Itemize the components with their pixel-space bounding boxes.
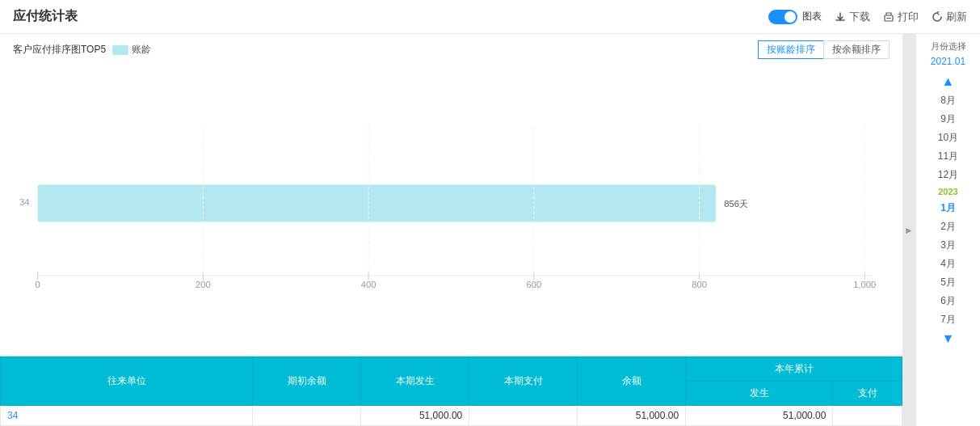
cell-balance: 51,000.00 (578, 406, 686, 426)
chart-area: 客户应付排序图TOP5 账龄 按账龄排序 按余额排序 (0, 34, 902, 355)
th-from-unit: 往来单位 (1, 357, 253, 406)
th-balance: 余额 (578, 357, 686, 406)
th-current-occurrence: 本期发生 (361, 357, 469, 406)
download-button[interactable]: 下载 (835, 10, 870, 24)
month-item-10[interactable]: 10月 (916, 129, 980, 147)
svg-text:600: 600 (526, 280, 541, 289)
collapse-sidebar-btn[interactable]: ► (902, 34, 915, 426)
month-item-1[interactable]: 1月 (916, 199, 980, 217)
sidebar-current[interactable]: 2021.01 (931, 56, 965, 67)
cell-unit: 34 (1, 406, 253, 426)
legend-item-age: 账龄 (112, 43, 151, 57)
svg-text:200: 200 (196, 280, 211, 289)
refresh-button[interactable]: 刷新 (932, 10, 967, 24)
page-title: 应付统计表 (13, 8, 78, 25)
nav-down-button[interactable]: ▼ (939, 329, 958, 348)
th-opening-balance: 期初余额 (253, 357, 361, 406)
month-item-6[interactable]: 6月 (916, 292, 980, 310)
chart-toggle-switch[interactable] (768, 10, 797, 24)
header-actions: 图表 下载 打印 刷新 (768, 10, 967, 24)
download-icon (835, 11, 846, 23)
refresh-icon (932, 11, 943, 23)
app-header: 应付统计表 图表 下载 打印 (0, 0, 980, 34)
cell-current-payment (469, 406, 578, 426)
print-icon (883, 11, 894, 23)
svg-text:400: 400 (361, 280, 376, 289)
legend-title: 客户应付排序图TOP5 (13, 43, 106, 57)
bar-end-label: 856天 (724, 199, 748, 209)
legend-color-age (112, 45, 128, 55)
table-row: 34 51,000.00 51,000.00 51,000.00 (1, 406, 902, 426)
month-item-12[interactable]: 12月 (916, 166, 980, 184)
right-sidebar: 月份选择 2021.01 ▲ 8月 9月 10月 11月 12月 2023 1月… (915, 34, 980, 426)
chart-sort: 按账龄排序 按余额排序 (758, 40, 890, 59)
sort-by-balance-btn[interactable]: 按账龄排序 (758, 40, 823, 59)
cell-ytd-payment (833, 406, 902, 426)
bar-chart-svg: 34 856天 0 200 400 (13, 62, 890, 348)
unit-link[interactable]: 34 (7, 410, 18, 421)
y-axis-label: 34 (19, 197, 30, 207)
year-marker-2023[interactable]: 2023 (916, 184, 980, 199)
month-item-8[interactable]: 8月 (916, 91, 980, 110)
month-item-4[interactable]: 4月 (916, 255, 980, 273)
cell-opening-balance (253, 406, 361, 426)
month-list: 8月 9月 10月 11月 12月 2023 1月 2月 3月 4月 5月 6月… (916, 91, 980, 329)
chart-toggle-group[interactable]: 图表 (768, 10, 822, 24)
th-ytd-payment: 支付 (833, 382, 902, 406)
month-item-7[interactable]: 7月 (916, 310, 980, 329)
svg-text:1,000: 1,000 (853, 280, 876, 289)
cell-current-occurrence: 51,000.00 (361, 406, 469, 426)
th-ytd-occurrence: 发生 (686, 382, 833, 406)
th-ytd-group: 本年累计 (686, 357, 902, 382)
svg-rect-1 (886, 18, 891, 19)
month-item-11[interactable]: 11月 (916, 147, 980, 166)
month-item-9[interactable]: 9月 (916, 110, 980, 129)
month-item-2[interactable]: 2月 (916, 217, 980, 236)
chart-bar (38, 184, 716, 221)
th-current-payment: 本期支付 (469, 357, 578, 406)
sidebar-title: 月份选择 (931, 40, 966, 53)
chart-legend: 客户应付排序图TOP5 账龄 (13, 43, 151, 57)
legend-label-age: 账龄 (132, 43, 151, 57)
print-button[interactable]: 打印 (883, 10, 919, 24)
month-item-5[interactable]: 5月 (916, 273, 980, 292)
nav-up-button[interactable]: ▲ (939, 72, 958, 91)
chart-toggle-label: 图表 (802, 10, 822, 23)
cell-ytd-occurrence: 51,000.00 (686, 406, 833, 426)
svg-text:0: 0 (36, 280, 40, 289)
chart-header: 客户应付排序图TOP5 账龄 按账龄排序 按余额排序 (0, 34, 902, 62)
main-content: 客户应付排序图TOP5 账龄 按账龄排序 按余额排序 (0, 34, 980, 426)
chart-container: 34 856天 0 200 400 (0, 62, 902, 355)
svg-text:800: 800 (692, 280, 707, 289)
data-table: 往来单位 期初余额 本期发生 本期支付 余额 本年累计 发生 支付 (0, 356, 902, 426)
month-item-3[interactable]: 3月 (916, 236, 980, 255)
sort-by-amount-btn[interactable]: 按余额排序 (823, 40, 890, 59)
table-area: 往来单位 期初余额 本期发生 本期支付 余额 本年累计 发生 支付 (0, 355, 902, 426)
